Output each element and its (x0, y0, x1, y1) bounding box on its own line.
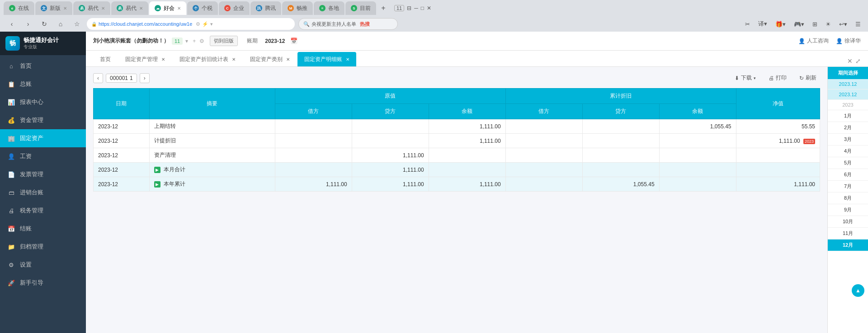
sidebar-item-purchase[interactable]: 🗃 进销台账 (0, 183, 86, 202)
tab-fixed-mgmt-close[interactable]: ✕ (161, 57, 165, 62)
close-icon[interactable]: ✕ (427, 5, 431, 11)
sidebar-item-settings-label: 设置 (20, 261, 32, 269)
period-item-oct[interactable]: 10月 (828, 216, 868, 228)
sidebar-item-fund[interactable]: 💰 资金管理 (0, 111, 86, 129)
tab-close-yidai2[interactable]: ✕ (139, 6, 143, 11)
grid-icon[interactable]: ⊞ (811, 20, 819, 28)
period-item-start[interactable]: 2023.12 (828, 79, 868, 89)
url-security-icon: ⚙ (196, 21, 200, 27)
expand-page-icon[interactable]: ⤢ (855, 57, 861, 65)
browser-tab-changtui[interactable]: M 畅推 (282, 1, 313, 15)
period-item-jan[interactable]: 1月 (828, 110, 868, 122)
add-company-icon[interactable]: + (193, 38, 196, 44)
sidebar-item-salary[interactable]: 👤 工资 (0, 147, 86, 165)
row-date-2: 2023-12 (94, 148, 150, 163)
game-icon[interactable]: 🎮▾ (792, 20, 806, 28)
main-content: 刘小艳演示账套（勿删勿动！） 11 ▾ + ⚙ 切到旧版 账期 2023-12 … (86, 32, 868, 333)
period-item-end[interactable]: 2023.12 (828, 89, 868, 100)
new-tab-button[interactable]: + (377, 2, 390, 14)
browser-tab-yidai1[interactable]: 易 易代 ✕ (73, 1, 110, 15)
browser-tab-geshui[interactable]: 个 个税 (187, 1, 218, 15)
browser-tab-muqian[interactable]: S 目前 (345, 1, 376, 15)
maximize-icon[interactable]: □ (421, 5, 424, 11)
tab-home[interactable]: 首页 (93, 52, 118, 66)
period-item-jun[interactable]: 6月 (828, 169, 868, 181)
search-bar[interactable]: 🔍 央视更新主持人名单 热搜 (298, 18, 398, 30)
sidebar-item-home[interactable]: ⌂ 首页 (0, 57, 86, 75)
tab-fixed-cat[interactable]: 固定资产类别 ✕ (243, 52, 297, 66)
human-support-action[interactable]: 👤 人工咨询 (798, 37, 829, 45)
tab-fixed-depr-close[interactable]: ✕ (232, 57, 236, 62)
dropdown-icon[interactable]: ▾ (185, 38, 188, 44)
refresh-button[interactable]: ↻ 刷新 (796, 72, 820, 84)
print-icon: 🖨 (769, 75, 774, 81)
period-item-aug[interactable]: 8月 (828, 192, 868, 204)
browser-tab-gedi[interactable]: ≡ 各地 (314, 1, 344, 15)
wallet-icon[interactable]: 🎁▾ (774, 20, 788, 28)
tab-close-yidai1[interactable]: ✕ (101, 6, 105, 11)
refresh-button[interactable]: ↻ (38, 18, 51, 30)
browser-tab-haohui[interactable]: ☁ 好会 ✕ (149, 1, 186, 15)
sidebar-item-checkout[interactable]: 📅 结账 (0, 220, 86, 238)
tab-fixed-ledger[interactable]: 固定资产明细账 ✕ (297, 52, 356, 66)
browser-tab-yidai2[interactable]: 易 易代 ✕ (111, 1, 148, 15)
browser-tab-tengxun[interactable]: 訊 腾讯 (250, 1, 281, 15)
tab-fixed-mgmt[interactable]: 固定资产管理 ✕ (118, 52, 172, 66)
close-page-icon[interactable]: ✕ (847, 57, 853, 65)
sidebar-item-invoice[interactable]: 📄 发票管理 (0, 165, 86, 183)
undo-icon[interactable]: ↩▾ (837, 20, 849, 28)
browser-tab-new[interactable]: 文 新版 ✕ (35, 1, 72, 15)
sidebar-item-guide[interactable]: 🚀 新手引导 (0, 274, 86, 292)
scroll-to-top-button[interactable]: ▲ (852, 284, 864, 297)
next-page-button[interactable]: › (140, 73, 150, 83)
tab-label-yidai2: 易代 (126, 5, 137, 12)
sidebar-item-archive[interactable]: 📁 归档管理 (0, 238, 86, 256)
period-item-dec[interactable]: 12月 (828, 239, 868, 251)
content-wrapper: ‹ 000001 1 › ⬇ (86, 67, 868, 333)
browser-tab-qiye[interactable]: C 企业 (219, 1, 250, 15)
browser-tab-online[interactable]: e 在线 (4, 1, 34, 15)
download-button[interactable]: ⬇ 下载 ▾ (731, 72, 760, 84)
theme-icon[interactable]: ☀ (824, 20, 833, 28)
tab-fixed-ledger-close[interactable]: ✕ (346, 57, 349, 62)
menu-icon[interactable]: ☰ (854, 20, 863, 28)
user-action[interactable]: 👤 徐译华 (836, 37, 861, 45)
period-item-may[interactable]: 5月 (828, 157, 868, 169)
tab-fixed-depr[interactable]: 固定资产折旧统计表 ✕ (173, 52, 242, 66)
forward-button[interactable]: › (22, 18, 34, 30)
period-item-apr[interactable]: 4月 (828, 145, 868, 157)
sidebar-item-report[interactable]: 📊 报表中心 (0, 93, 86, 111)
tab-label-new: 新版 (50, 5, 61, 12)
sidebar-item-tax[interactable]: 🖨 税务管理 (0, 202, 86, 220)
bookmark-button[interactable]: ☆ (71, 18, 83, 30)
sidebar-item-fixed[interactable]: 🏢 固定资产 (0, 129, 86, 147)
sidebar-item-ledger[interactable]: 📋 总账 (0, 75, 86, 93)
restore-window-icon[interactable]: ⊟ (407, 5, 411, 11)
minimize-icon[interactable]: ─ (414, 5, 418, 11)
translate-icon[interactable]: 译▾ (756, 19, 769, 29)
calendar-icon[interactable]: 📅 (290, 38, 297, 44)
scissors-icon[interactable]: ✂ (743, 20, 752, 28)
row-depr-credit-0 (582, 119, 659, 134)
period-item-sep[interactable]: 9月 (828, 204, 868, 216)
home-button[interactable]: ⌂ (54, 18, 67, 30)
tab-close-new[interactable]: ✕ (63, 6, 67, 11)
sidebar-item-settings[interactable]: ⚙ 设置 (0, 256, 86, 274)
tab-close-haohui[interactable]: ✕ (177, 6, 181, 11)
url-dropdown-icon[interactable]: ▾ (210, 21, 213, 27)
fund-icon: 💰 (7, 116, 15, 124)
url-bar[interactable]: 🔒 https://cloud.chanjet.com/accounting/u… (87, 18, 295, 30)
back-button[interactable]: ‹ (5, 18, 18, 30)
period-item-nov[interactable]: 11月 (828, 228, 868, 239)
prev-page-button[interactable]: ‹ (93, 73, 103, 83)
period-item-jul[interactable]: 7月 (828, 181, 868, 192)
settings-small-icon[interactable]: ⚙ (199, 38, 204, 44)
tab-fixed-cat-close[interactable]: ✕ (286, 57, 290, 62)
switch-version-button[interactable]: 切到旧版 (210, 36, 238, 46)
tab-favicon-qiye: C (224, 5, 231, 11)
print-button[interactable]: 🖨 打印 (765, 72, 790, 84)
period-item-feb[interactable]: 2月 (828, 122, 868, 134)
period-item-year[interactable]: 2023 (828, 100, 868, 110)
period-item-mar[interactable]: 3月 (828, 134, 868, 145)
sub-col-depr-balance: 余额 (659, 104, 736, 119)
